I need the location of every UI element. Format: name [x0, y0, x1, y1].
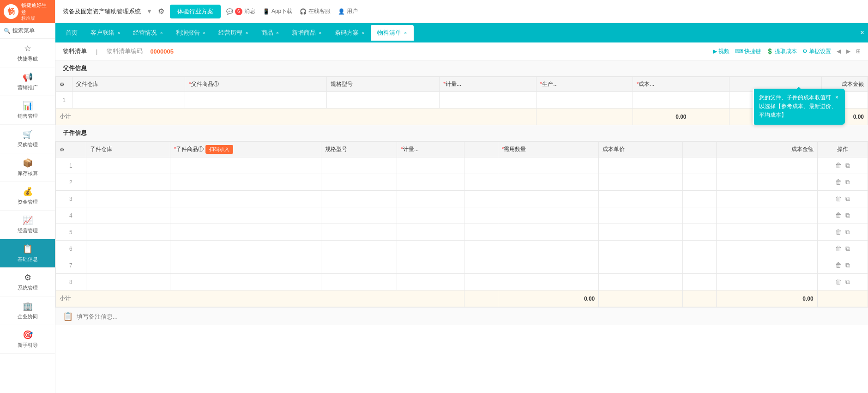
copy-icon[interactable]: ⧉ — [845, 245, 850, 252]
parent-product-cell[interactable] — [185, 92, 327, 109]
sidebar-item-label: 采购管理 — [18, 141, 38, 148]
message-item[interactable]: 💬 6 消息 — [226, 7, 255, 15]
tab-operations[interactable]: 经营情况 × — [127, 25, 169, 41]
nav-next[interactable]: ▶ — [846, 48, 850, 54]
user-item[interactable]: 👤 用户 — [338, 7, 358, 15]
sidebar-item-inventory[interactable]: 📦 库存核算 — [0, 153, 55, 182]
inventory-icon: 📦 — [23, 158, 33, 168]
row-number: 7 — [56, 257, 86, 274]
copy-icon[interactable]: ⧉ — [845, 228, 850, 236]
tab-bom[interactable]: 物料清单 × — [371, 25, 413, 41]
copy-icon[interactable]: ⧉ — [845, 195, 850, 202]
child-cost-unit-cell[interactable] — [599, 157, 683, 174]
copy-icon[interactable]: ⧉ — [845, 261, 850, 269]
scan-button[interactable]: 扫码录入 — [205, 145, 233, 154]
sidebar: 畅 畅捷通好生意 标准版 🔍 搜索菜单 ☆ 快捷导航 📢 营销推广 📊 销售管理… — [0, 0, 55, 393]
tab-close-icon[interactable]: × — [117, 30, 120, 36]
user-icon: 👤 — [338, 8, 345, 15]
breadcrumb-bom[interactable]: 物料清单 — [63, 47, 87, 55]
tab-product[interactable]: 商品 × — [255, 25, 285, 41]
parent-unit-cell[interactable] — [440, 92, 536, 109]
child-col-settings[interactable]: ⚙ — [56, 142, 86, 157]
tab-profit[interactable]: 利润报告 × — [169, 25, 212, 41]
tab-close-icon[interactable]: × — [319, 30, 321, 36]
tab-close-icon[interactable]: × — [160, 30, 163, 36]
child-col-unit: *计量... — [397, 142, 464, 157]
tooltip-bar — [753, 89, 754, 125]
child-warehouse-cell[interactable] — [86, 157, 170, 174]
online-service-item[interactable]: 🎧 在线客服 — [300, 7, 331, 15]
child-unit-cell[interactable] — [397, 157, 464, 174]
shortcut-btn[interactable]: ⌨ 快捷键 — [735, 48, 761, 55]
parent-spec-cell[interactable] — [327, 92, 440, 109]
child-spec-cell[interactable] — [321, 157, 397, 174]
sidebar-item-operations[interactable]: 📈 经营管理 — [0, 211, 55, 239]
parent-warehouse-cell[interactable] — [72, 92, 185, 109]
delete-icon[interactable]: 🗑 — [835, 245, 842, 252]
delete-icon[interactable]: 🗑 — [835, 162, 842, 169]
tab-label: 新增商品 — [292, 29, 316, 37]
settings-icon[interactable]: ⚙ — [158, 7, 164, 16]
tab-close-icon[interactable]: × — [404, 30, 407, 36]
close-all-tabs[interactable]: × — [860, 29, 864, 37]
child-row-actions: 🗑 ⧉ — [817, 257, 868, 274]
parent-section-header: 父件信息 — [55, 60, 868, 77]
note-input[interactable] — [77, 313, 215, 320]
copy-icon[interactable]: ⧉ — [845, 162, 850, 169]
parent-cost-cell[interactable] — [633, 92, 729, 109]
sidebar-item-system[interactable]: ⚙ 系统管理 — [0, 268, 55, 296]
child-row-actions: 🗑 ⧉ — [817, 274, 868, 290]
tab-close-icon[interactable]: × — [362, 30, 364, 36]
delete-icon[interactable]: 🗑 — [835, 228, 842, 236]
copy-icon[interactable]: ⧉ — [845, 212, 850, 219]
parent-subtotal-cost-unit — [536, 109, 633, 125]
delete-icon[interactable]: 🗑 — [835, 261, 842, 269]
child-product-cell[interactable] — [170, 157, 321, 174]
parent-col-settings[interactable]: ⚙ — [56, 77, 72, 92]
tab-new-product[interactable]: 新增商品 × — [285, 25, 328, 41]
copy-icon[interactable]: ⧉ — [845, 178, 850, 186]
row-number: 1 — [56, 92, 72, 109]
sidebar-item-guide[interactable]: 🎯 新手引导 — [0, 325, 55, 354]
message-icon: 💬 — [226, 8, 233, 15]
trial-button[interactable]: 体验行业方案 — [170, 5, 221, 18]
tab-close-icon[interactable]: × — [203, 30, 205, 36]
tab-home[interactable]: 首页 — [59, 25, 84, 41]
parent-production-cell[interactable] — [536, 92, 633, 109]
search-menu[interactable]: 🔍 搜索菜单 — [0, 23, 55, 39]
view-btn[interactable]: ▶ 视频 — [713, 48, 729, 55]
nav-prev[interactable]: ◀ — [837, 48, 841, 54]
grid-view[interactable]: ⊞ — [856, 48, 861, 54]
copy-icon[interactable]: ⧉ — [845, 278, 850, 285]
sidebar-item-purchase[interactable]: 🛒 采购管理 — [0, 125, 55, 153]
sidebar-item-marketing[interactable]: 📢 营销推广 — [0, 67, 55, 96]
tab-close-icon[interactable]: × — [245, 30, 248, 36]
sidebar-item-enterprise[interactable]: 🏢 企业协同 — [0, 296, 55, 325]
app-download-item[interactable]: 📱 App下载 — [263, 7, 292, 15]
sidebar-item-label: 库存核算 — [18, 170, 38, 177]
extract-cost-btn[interactable]: 💲 提取成本 — [766, 48, 797, 55]
tab-close-icon[interactable]: × — [276, 30, 279, 36]
delete-icon[interactable]: 🗑 — [835, 178, 842, 186]
tab-history[interactable]: 经营历程 × — [212, 25, 254, 41]
single-settings-btn[interactable]: ⚙ 单据设置 — [802, 48, 831, 55]
delete-icon[interactable]: 🗑 — [835, 212, 842, 219]
sidebar-item-basic-info[interactable]: 📋 基础信息 — [0, 239, 55, 268]
parent-col-spec: 规格型号 — [327, 77, 440, 92]
tooltip-close-btn[interactable]: × — [835, 93, 838, 102]
delete-icon[interactable]: 🗑 — [835, 278, 842, 285]
child-qty-cell[interactable] — [498, 157, 599, 174]
child-col-extra1 — [464, 142, 498, 157]
child-table: ⚙ 子件仓库 *子件商品① 扫码录入 规格型号 *计量... *需用数量 成本单… — [55, 141, 868, 307]
keyboard-icon: ⌨ — [735, 48, 743, 54]
delete-icon[interactable]: 🗑 — [835, 195, 842, 202]
table-row: 1 — [56, 92, 868, 109]
tab-barcode[interactable]: 条码方案 × — [328, 25, 371, 41]
tab-customer[interactable]: 客户联络 × — [84, 25, 127, 41]
parent-subtotal-row: 小计 0.00 0.00 — [56, 109, 868, 125]
child-section-header: 子件信息 — [55, 125, 868, 141]
sidebar-item-quick-nav[interactable]: ☆ 快捷导航 — [0, 39, 55, 67]
sidebar-item-sales[interactable]: 📊 销售管理 — [0, 96, 55, 125]
dropdown-arrow[interactable]: ▼ — [146, 8, 152, 15]
sidebar-item-finance[interactable]: 💰 资金管理 — [0, 182, 55, 211]
